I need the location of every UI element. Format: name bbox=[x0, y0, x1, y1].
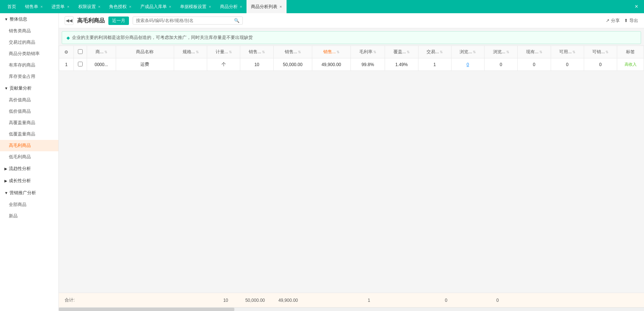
table-container[interactable]: ⚙ 商...⇅ 商品名称 规格...⇅ 计量...⇅ 销售...⇅ 销售...⇅… bbox=[59, 46, 644, 293]
bottom-scrollbar[interactable] bbox=[59, 307, 644, 311]
sidebar-item-stock-capital[interactable]: 库存资金占用 bbox=[0, 71, 58, 82]
share-icon: ↗ bbox=[606, 18, 609, 23]
nav-home[interactable]: 首页 bbox=[3, 0, 21, 13]
main-layout: ▼ 整体信息 销售类商品 交易过的商品 商品分类助销率 有库存的商品 库存资金占… bbox=[0, 13, 644, 311]
col-saleable[interactable]: 可销...⇅ bbox=[584, 46, 617, 58]
col-available[interactable]: 可用...⇅ bbox=[551, 46, 584, 58]
arrow-growth-icon: ▶ bbox=[4, 179, 7, 183]
col-tag: 标签 bbox=[617, 46, 644, 58]
close-sales-icon[interactable]: × bbox=[40, 4, 43, 9]
row-checkbox[interactable] bbox=[78, 62, 83, 66]
col-sales1[interactable]: 销售...⇅ bbox=[240, 46, 273, 58]
cell-checkbox[interactable] bbox=[74, 58, 87, 71]
top-nav: 首页 销售单 × 进货单 × 权限设置 × 角色授权 × 产成品入库单 × 单据… bbox=[0, 0, 644, 13]
col-gross-rate[interactable]: 毛利率⇅ bbox=[350, 46, 385, 58]
col-code[interactable]: 商...⇅ bbox=[87, 46, 116, 58]
sidebar-item-low-value[interactable]: 低价值商品 bbox=[0, 106, 58, 117]
header-actions: ↗ 分享 ⬆ 导出 bbox=[606, 18, 638, 24]
nav-product-analysis-list[interactable]: 商品分析列表 × bbox=[247, 0, 286, 13]
cell-index: 1 bbox=[59, 58, 74, 71]
sidebar-group-growth[interactable]: ▶ 成长性分析 bbox=[0, 175, 58, 187]
close-products-in-icon[interactable]: × bbox=[169, 4, 171, 9]
footer-current: 0 bbox=[433, 298, 459, 303]
nav-roles[interactable]: 角色授权 × bbox=[105, 0, 136, 13]
search-box: 🔍 bbox=[133, 17, 243, 25]
cell-name: 运费 bbox=[116, 58, 174, 71]
sidebar-item-high-value[interactable]: 高价值商品 bbox=[0, 94, 58, 106]
col-sales3[interactable]: 销售...⇅ bbox=[312, 46, 350, 58]
footer-sales1: 10 bbox=[213, 298, 238, 303]
col-settings[interactable]: ⚙ bbox=[59, 46, 74, 58]
close-product-analysis-icon[interactable]: × bbox=[240, 4, 242, 9]
col-unit[interactable]: 计量...⇅ bbox=[207, 46, 240, 58]
content-header: ◀◀ 高毛利商品 近一月 🔍 ↗ 分享 ⬆ 导出 bbox=[59, 13, 644, 28]
info-banner: ◆ 企业的主要的利润都是这部分商品创造的，可考虑加大推广，同时关注库存量是不要出… bbox=[62, 31, 641, 44]
sidebar-item-new-goods[interactable]: 新品 bbox=[0, 210, 58, 222]
arrow-marketing-icon: ▼ bbox=[4, 191, 8, 195]
sidebar-group-marketing[interactable]: ▼ 营销推广分析 bbox=[0, 187, 58, 199]
cell-trade: 1 bbox=[418, 58, 451, 71]
sidebar-item-in-stock[interactable]: 有库存的商品 bbox=[0, 59, 58, 71]
cell-available: 0 bbox=[551, 58, 584, 71]
col-current[interactable]: 现有...⇅ bbox=[518, 46, 551, 58]
close-purchase-icon[interactable]: × bbox=[67, 4, 69, 9]
table-header-row: ⚙ 商...⇅ 商品名称 规格...⇅ 计量...⇅ 销售...⇅ 销售...⇅… bbox=[59, 46, 644, 58]
close-template-icon[interactable]: × bbox=[209, 4, 211, 9]
footer-sales3: 49,900.00 bbox=[271, 298, 305, 303]
col-browse2[interactable]: 浏览...⇅ bbox=[485, 46, 518, 58]
sidebar-item-low-coverage[interactable]: 低覆盖量商品 bbox=[0, 129, 58, 140]
sidebar-item-low-margin[interactable]: 低毛利商品 bbox=[0, 151, 58, 163]
sidebar-item-high-coverage[interactable]: 高覆盖量商品 bbox=[0, 117, 58, 129]
arrow-contribution-icon: ▼ bbox=[4, 86, 8, 90]
nav-products-in[interactable]: 产成品入库单 × bbox=[136, 0, 176, 13]
cell-saleable: 0 bbox=[584, 58, 617, 71]
sidebar: ▼ 整体信息 销售类商品 交易过的商品 商品分类助销率 有库存的商品 库存资金占… bbox=[0, 13, 59, 311]
collapse-sidebar-button[interactable]: ◀◀ bbox=[65, 16, 73, 25]
sidebar-group-overall[interactable]: ▼ 整体信息 bbox=[0, 13, 58, 25]
close-permissions-icon[interactable]: × bbox=[98, 4, 100, 9]
footer-trade: 1 bbox=[356, 298, 382, 303]
close-product-analysis-list-icon[interactable]: × bbox=[280, 4, 282, 9]
sidebar-item-high-margin[interactable]: 高毛利商品 bbox=[0, 140, 58, 151]
col-spec[interactable]: 规格...⇅ bbox=[174, 46, 207, 58]
nav-purchase[interactable]: 进货单 × bbox=[47, 0, 73, 13]
cell-spec bbox=[174, 58, 207, 71]
nav-template[interactable]: 单据模板设置 × bbox=[176, 0, 215, 13]
diamond-icon: ◆ bbox=[66, 35, 70, 40]
cell-unit: 个 bbox=[207, 58, 240, 71]
footer-saleable: 0 bbox=[485, 298, 510, 303]
tag-badge: 高收入 bbox=[625, 62, 637, 66]
col-browse1[interactable]: 浏览...⇅ bbox=[451, 46, 484, 58]
arrow-trend-icon: ▶ bbox=[4, 167, 7, 171]
nav-sales[interactable]: 销售单 × bbox=[21, 0, 47, 13]
close-roles-icon[interactable]: × bbox=[129, 4, 131, 9]
export-icon: ⬆ bbox=[624, 18, 628, 23]
cell-tag: 高收入 bbox=[617, 58, 644, 71]
col-sales2[interactable]: 销售...⇅ bbox=[273, 46, 312, 58]
browse1-link[interactable]: 0 bbox=[467, 62, 469, 67]
nav-product-analysis[interactable]: 商品分析 × bbox=[216, 0, 247, 13]
cell-browse1[interactable]: 0 bbox=[451, 58, 484, 71]
sidebar-item-sales-goods[interactable]: 销售类商品 bbox=[0, 25, 58, 37]
export-button[interactable]: ⬆ 导出 bbox=[624, 18, 638, 24]
cell-code: 0000... bbox=[87, 58, 116, 71]
cell-browse2: 0 bbox=[485, 58, 518, 71]
search-input[interactable] bbox=[136, 18, 234, 23]
col-checkbox bbox=[74, 46, 87, 58]
table-row: 1 0000... 运费 个 10 50,000.00 49,900.00 99… bbox=[59, 58, 644, 71]
col-trade[interactable]: 交易...⇅ bbox=[418, 46, 451, 58]
sidebar-item-category-rate[interactable]: 商品分类助销率 bbox=[0, 48, 58, 59]
search-icon[interactable]: 🔍 bbox=[234, 18, 240, 23]
select-all-checkbox[interactable] bbox=[78, 49, 83, 54]
sidebar-item-traded-goods[interactable]: 交易过的商品 bbox=[0, 37, 58, 48]
col-coverage[interactable]: 覆盖...⇅ bbox=[385, 46, 418, 58]
cell-current: 0 bbox=[518, 58, 551, 71]
close-all-button[interactable]: × bbox=[632, 3, 641, 10]
share-button[interactable]: ↗ 分享 bbox=[606, 18, 620, 24]
sidebar-group-contribution[interactable]: ▼ 贡献量分析 bbox=[0, 82, 58, 94]
sidebar-item-all-goods[interactable]: 全部商品 bbox=[0, 199, 58, 210]
cell-gross-rate: 99.8% bbox=[350, 58, 385, 71]
time-filter-button[interactable]: 近一月 bbox=[108, 17, 129, 25]
sidebar-group-trend[interactable]: ▶ 流趋性分析 bbox=[0, 163, 58, 175]
nav-permissions[interactable]: 权限设置 × bbox=[74, 0, 105, 13]
